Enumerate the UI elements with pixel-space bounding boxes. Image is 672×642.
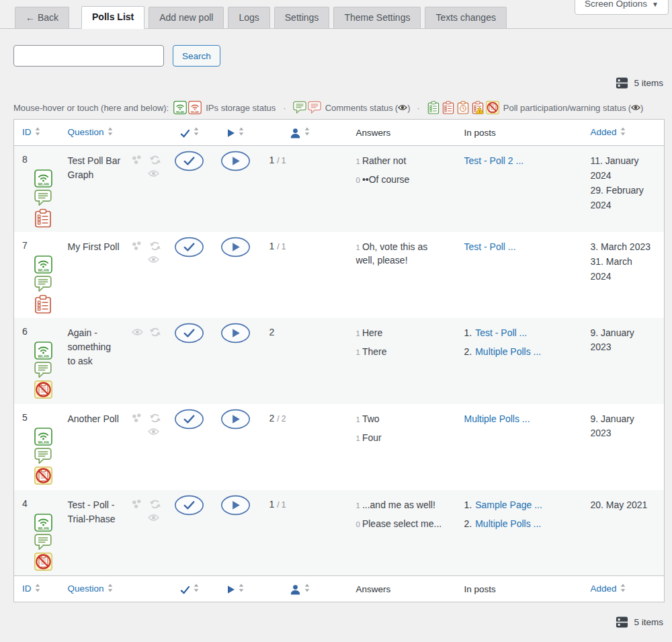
wlan-green-icon[interactable]: WLAN — [34, 514, 53, 532]
comment-green-icon[interactable] — [34, 276, 53, 292]
sort-arrows-icon[interactable] — [620, 126, 626, 138]
refresh-icon[interactable] — [149, 413, 161, 424]
poll-play-button[interactable] — [220, 409, 251, 430]
clip-red-icon[interactable] — [34, 208, 53, 228]
table-column-added[interactable]: Added — [579, 576, 665, 602]
person-column-icon[interactable] — [290, 584, 301, 594]
table-column-question[interactable]: Question — [65, 576, 167, 602]
sort-arrows-icon[interactable] — [304, 583, 310, 595]
tab-polls-list[interactable]: Polls List — [81, 6, 144, 29]
comment-green-icon[interactable] — [34, 448, 53, 465]
dots-icon[interactable] — [131, 241, 143, 251]
sort-arrows-icon[interactable] — [35, 583, 40, 595]
tab-texts-changes[interactable]: Texts changes — [425, 7, 507, 28]
wlan-green-icon[interactable]: WLAN — [34, 169, 53, 188]
poll-question[interactable]: Another Poll — [68, 412, 122, 426]
comment-green-icon[interactable] — [34, 362, 53, 378]
play-column-icon[interactable] — [227, 128, 235, 138]
excerpt-view-icon[interactable] — [616, 77, 628, 89]
table-column-check[interactable] — [167, 576, 212, 602]
refresh-icon[interactable] — [149, 155, 161, 165]
dots-icon[interactable] — [131, 413, 143, 424]
column-header-id[interactable]: ID — [22, 584, 32, 594]
tab-theme-settings[interactable]: Theme Settings — [333, 7, 421, 28]
comment-green-icon[interactable] — [34, 534, 53, 551]
eye-icon[interactable] — [148, 255, 159, 264]
poll-question[interactable]: Test - Poll - Trial-Phase — [68, 498, 122, 526]
sort-arrows-icon[interactable] — [194, 126, 199, 138]
poll-play-button[interactable] — [220, 323, 251, 344]
comment-green-icon[interactable] — [34, 190, 53, 206]
wlan-green-icon[interactable]: WLAN — [34, 342, 53, 360]
dots-icon[interactable] — [131, 155, 143, 165]
sort-arrows-icon[interactable] — [620, 583, 626, 595]
post-link[interactable]: Sample Page ... — [475, 499, 542, 510]
sort-arrows-icon[interactable] — [239, 583, 244, 595]
tab-add-new-poll[interactable]: Add new poll — [149, 7, 224, 28]
sort-arrows-icon[interactable] — [304, 126, 310, 138]
wlan-green-icon[interactable]: WLAN — [34, 428, 53, 446]
table-column-question[interactable]: Question — [65, 120, 167, 146]
table-column-play[interactable] — [212, 576, 259, 602]
column-header-added[interactable]: Added — [591, 584, 617, 594]
column-header-added[interactable]: Added — [591, 127, 617, 137]
wlan-green-icon[interactable]: WLAN — [34, 255, 53, 274]
refresh-icon[interactable] — [149, 241, 161, 251]
clip-red-icon[interactable] — [34, 294, 53, 314]
eye-icon[interactable] — [148, 428, 159, 436]
post-link[interactable]: Test - Poll ... — [475, 327, 527, 338]
tab-back[interactable]: ← Back — [15, 7, 69, 28]
poll-activate-button[interactable] — [174, 237, 204, 257]
sort-arrows-icon[interactable] — [239, 126, 244, 138]
sort-arrows-icon[interactable] — [35, 126, 40, 138]
post-link[interactable]: Multiple Polls ... — [475, 346, 541, 357]
no-part-icon[interactable] — [34, 467, 53, 485]
play-column-icon[interactable] — [227, 584, 235, 594]
column-header-id[interactable]: ID — [22, 127, 32, 137]
post-link[interactable]: Test - Poll 2 ... — [464, 155, 524, 166]
poll-question[interactable]: Test Poll Bar Graph — [68, 154, 122, 182]
no-part-icon[interactable] — [34, 380, 53, 399]
screen-options-button[interactable]: Screen Options▼ — [575, 0, 669, 15]
poll-activate-button[interactable] — [174, 409, 204, 430]
poll-question[interactable]: My First Poll — [68, 240, 122, 254]
search-input[interactable] — [13, 45, 164, 67]
eye-icon[interactable] — [148, 169, 159, 177]
tab-settings[interactable]: Settings — [274, 7, 330, 28]
sort-arrows-icon[interactable] — [194, 583, 199, 595]
sort-arrows-icon[interactable] — [108, 126, 113, 138]
poll-activate-button[interactable] — [174, 495, 204, 516]
no-part-icon[interactable] — [34, 553, 53, 571]
post-link[interactable]: Test - Poll ... — [464, 241, 516, 252]
sort-arrows-icon[interactable] — [108, 583, 113, 595]
table-column-id[interactable]: ID — [14, 120, 65, 146]
excerpt-view-icon[interactable] — [616, 616, 628, 629]
poll-activate-button[interactable] — [174, 151, 204, 171]
table-column-id[interactable]: ID — [14, 576, 65, 602]
poll-play-button[interactable] — [220, 237, 251, 257]
eye-icon[interactable] — [132, 328, 143, 336]
table-column-added[interactable]: Added — [579, 120, 665, 146]
table-column-check[interactable] — [167, 120, 212, 146]
person-column-icon[interactable] — [290, 127, 301, 138]
table-column-votes[interactable] — [259, 576, 340, 602]
refresh-icon[interactable] — [149, 327, 161, 337]
column-header-question[interactable]: Question — [68, 584, 104, 594]
search-button[interactable]: Search — [173, 45, 220, 67]
table-column-votes[interactable] — [259, 120, 340, 146]
check-column-icon[interactable] — [180, 128, 190, 138]
dots-icon[interactable] — [131, 499, 143, 510]
table-column-play[interactable] — [212, 120, 259, 146]
answer-text: Please select me... — [362, 518, 442, 529]
post-link[interactable]: Multiple Polls ... — [475, 518, 541, 529]
check-column-icon[interactable] — [180, 584, 190, 594]
tab-logs[interactable]: Logs — [228, 7, 269, 28]
poll-activate-button[interactable] — [174, 323, 204, 344]
eye-icon[interactable] — [148, 514, 159, 522]
post-link[interactable]: Multiple Polls ... — [464, 413, 530, 424]
poll-play-button[interactable] — [220, 495, 251, 516]
column-header-question[interactable]: Question — [68, 127, 104, 137]
poll-question[interactable]: Again - something to ask — [68, 326, 122, 368]
refresh-icon[interactable] — [149, 499, 161, 510]
poll-play-button[interactable] — [220, 151, 251, 171]
